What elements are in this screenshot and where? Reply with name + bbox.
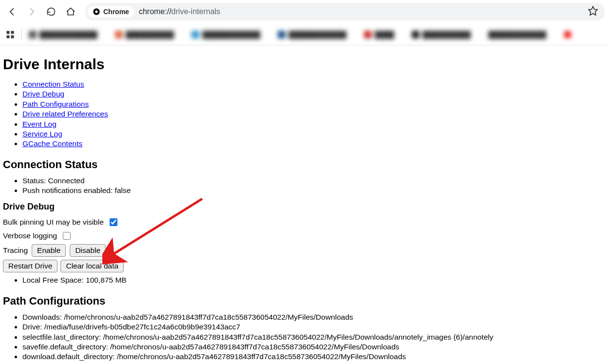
toc-list: Connection Status Drive Debug Path Confi… — [3, 79, 606, 149]
toc-item: Service Log — [22, 129, 606, 138]
bookmark-items-blurred: ████████████ ██████████ ████████████ ███… — [29, 31, 571, 38]
address-bar[interactable]: Chrome chrome://drive-internals — [85, 3, 605, 20]
tracing-enable-button[interactable]: Enable — [32, 244, 66, 257]
bookmark-bar: ████████████ ██████████ ████████████ ███… — [0, 24, 609, 45]
toc-item: Path Configurations — [22, 99, 606, 109]
paths-list: Downloads: /home/chronos/u-aab2d57a46278… — [3, 312, 606, 362]
debug-heading: Drive Debug — [3, 202, 606, 212]
toc-item: Drive related Preferences — [22, 109, 606, 118]
back-button[interactable] — [4, 3, 20, 20]
toc-item: GCache Contents — [22, 139, 606, 148]
page-title: Drive Internals — [3, 56, 606, 73]
connection-list: Status: Connected Push notifications ena… — [3, 176, 606, 195]
bookmark-star-icon[interactable] — [588, 5, 598, 18]
connection-push: Push notifications enabled: false — [22, 186, 606, 195]
page-content: Drive Internals Connection Status Drive … — [0, 45, 609, 364]
chrome-icon — [93, 8, 100, 16]
restart-drive-button[interactable]: Restart Drive — [3, 260, 57, 272]
tracing-row: Tracing Enable Disable — [3, 244, 606, 257]
svg-rect-5 — [7, 35, 10, 38]
path-item: download.default_directory: /home/chrono… — [22, 352, 606, 361]
tracing-label: Tracing — [3, 246, 28, 255]
svg-rect-6 — [11, 35, 14, 38]
path-item: Drive: /media/fuse/drivefs-b05dbe27fc1c2… — [22, 322, 606, 331]
path-item: selectfile.last_directory: /home/chronos… — [22, 332, 606, 342]
svg-point-1 — [95, 10, 97, 13]
toc-item: Connection Status — [22, 79, 606, 89]
tracing-disable-button[interactable]: Disable — [70, 244, 106, 257]
bulk-pinning-row: Bulk pinning UI may be visible — [3, 217, 606, 228]
bulk-pinning-label: Bulk pinning UI may be visible — [3, 218, 104, 227]
svg-rect-4 — [11, 31, 14, 34]
action-button-row: Restart Drive Clear local data — [3, 260, 606, 272]
free-space: Local Free Space: 100,875 MB — [22, 275, 606, 285]
debug-info-list: Local Free Space: 100,875 MB — [3, 275, 606, 285]
browser-toolbar: Chrome chrome://drive-internals — [0, 0, 609, 24]
verbose-label: Verbose logging — [3, 231, 57, 240]
verbose-checkbox[interactable] — [63, 232, 71, 240]
home-button[interactable] — [62, 3, 79, 20]
reload-button[interactable] — [43, 3, 59, 20]
site-chip[interactable]: Chrome — [88, 6, 134, 18]
connection-heading: Connection Status — [3, 158, 606, 171]
svg-rect-3 — [7, 31, 10, 34]
path-item: savefile.default_directory: /home/chrono… — [22, 342, 606, 351]
toc-item: Drive Debug — [22, 89, 606, 98]
url-text: chrome://drive-internals — [139, 7, 220, 16]
divider — [21, 29, 22, 40]
svg-marker-2 — [589, 6, 597, 15]
site-chip-label: Chrome — [103, 8, 129, 16]
clear-local-data-button[interactable]: Clear local data — [60, 260, 124, 272]
apps-icon[interactable] — [6, 30, 15, 39]
path-item: Downloads: /home/chronos/u-aab2d57a46278… — [22, 312, 606, 322]
paths-heading: Path Configurations — [3, 295, 606, 307]
bulk-pinning-checkbox[interactable] — [110, 218, 117, 226]
connection-status: Status: Connected — [22, 176, 606, 185]
forward-button[interactable] — [23, 3, 40, 20]
verbose-row: Verbose logging — [3, 230, 606, 241]
toc-item: Event Log — [22, 119, 606, 129]
